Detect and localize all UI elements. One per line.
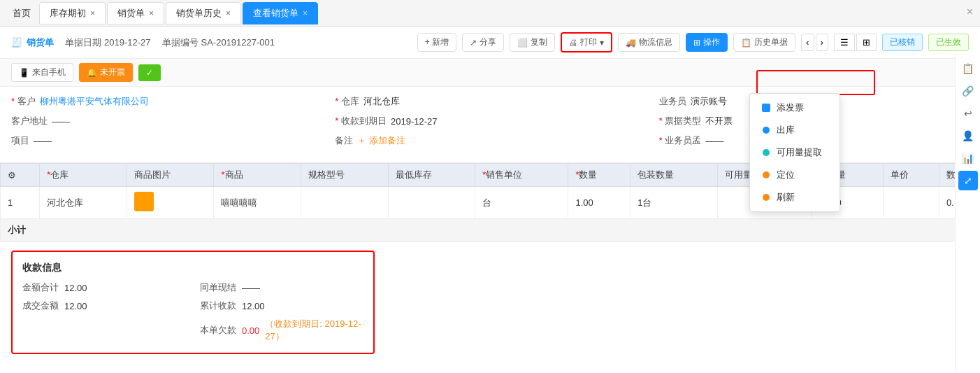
deal-amount-value: 12.00 [64, 301, 87, 311]
window-close-button[interactable]: × [967, 6, 973, 18]
close-view-sales-tab[interactable]: × [303, 8, 308, 18]
total-amount-label: 金额合计 [22, 281, 59, 294]
close-history-tab[interactable]: × [226, 8, 231, 18]
action-bar: 📱 来自手机 🔔 未开票 ✓ [0, 59, 980, 87]
col-unit-price: 单价 [883, 164, 939, 187]
dropdown-refresh[interactable]: 刷新 [750, 186, 840, 209]
locate-icon [761, 170, 771, 180]
tab-bar: 首页 库存期初 × 销货单 × 销货单历史 × 查看销货单 × × [0, 0, 980, 27]
list-view-button[interactable]: ☰ [834, 34, 855, 51]
address-label: 客户地址 [11, 115, 48, 127]
col-pack-qty: 包装数量 [630, 164, 718, 187]
summary-order-owed: 本单欠款 0.00 （收款到期日: 2019-12-27） [200, 318, 363, 343]
grid-view-button[interactable]: ⊞ [856, 34, 877, 51]
verify-button[interactable]: ✓ [138, 64, 161, 81]
sidebar-expand-button[interactable]: ⤢ [958, 171, 978, 190]
address-field: 客户地址 —— [11, 115, 321, 127]
share-button[interactable]: ↗ 分享 [462, 33, 504, 52]
cell-warehouse: 河北仓库 [40, 187, 127, 219]
sidebar-icon-5[interactable]: 📊 [958, 148, 978, 168]
col-spec: 规格型号 [301, 164, 389, 187]
same-order-settle-value: —— [242, 283, 260, 293]
available-qty-icon [761, 148, 771, 157]
cell-qty: 1.00 [568, 187, 630, 219]
history-button[interactable]: 📋 历史单据 [733, 33, 795, 52]
plus-icon: ＋ [357, 134, 366, 147]
customer-value[interactable]: 柳州粤港平安气体有限公司 [40, 95, 149, 108]
doc-number-value: SA-20191227-001 [201, 37, 275, 48]
cell-sales-unit: 台 [475, 187, 568, 219]
close-inventory-tab[interactable]: × [90, 8, 95, 18]
print-dropdown-arrow: ▾ [600, 38, 604, 48]
col-sales-unit: *销售单位 [475, 164, 568, 187]
project-label: 项目 [11, 134, 29, 147]
sidebar-icon-4[interactable]: 👤 [958, 126, 978, 146]
address-value: —— [52, 116, 70, 127]
outbound-icon [761, 125, 771, 135]
not-open-button[interactable]: 🔔 未开票 [79, 63, 133, 82]
dropdown-outbound[interactable]: 出库 [750, 119, 840, 141]
dropdown-locate[interactable]: 定位 [750, 164, 840, 186]
from-phone-button[interactable]: 📱 来自手机 [11, 63, 73, 82]
tab-inventory-init[interactable]: 库存期初 × [39, 2, 106, 24]
customer-field: 客户 柳州粤港平安气体有限公司 [11, 95, 321, 108]
customer-label: 客户 [11, 95, 36, 108]
phone-icon: 📱 [19, 68, 29, 78]
doc-header: 🧾 销货单 单据日期 2019-12-27 单据编号 SA-20191227-0… [0, 27, 980, 59]
sidebar-icon-1[interactable]: 📋 [958, 59, 978, 78]
sidebar-icon-2[interactable]: 🔗 [958, 81, 978, 101]
copy-icon: ⬜ [517, 38, 528, 48]
note-field: 备注 ＋ 添加备注 [335, 134, 644, 147]
summary-same-order-settle: 同单现结 —— [200, 281, 363, 294]
dropdown-add-invoice[interactable]: 添发票 [750, 97, 840, 119]
summary-grid: 金额合计 12.00 同单现结 —— 成交金额 12.00 累计收款 12.00… [22, 281, 363, 343]
doc-type-label: 销货单 [27, 36, 54, 49]
cell-spec [301, 187, 389, 219]
ticket-type-label: 票据类型 [659, 115, 702, 127]
project-value: —— [34, 136, 52, 146]
dropdown-available-qty[interactable]: 可用量提取 [750, 141, 840, 164]
prev-button[interactable]: ‹ [801, 34, 814, 51]
add-invoice-label: 添发票 [777, 101, 804, 114]
total-collected-value: 12.00 [242, 301, 265, 311]
doc-title: 🧾 销货单 [11, 36, 54, 49]
tab-sales-history[interactable]: 销货单历史 × [166, 2, 241, 24]
tab-sales-order[interactable]: 销货单 × [107, 2, 164, 24]
doc-date-label: 单据日期 2019-12-27 [65, 36, 151, 49]
available-qty-label: 可用量提取 [777, 146, 822, 159]
add-note-button[interactable]: ＋ 添加备注 [357, 134, 405, 147]
note-label: 备注 [335, 134, 353, 147]
salesman-label: 业务员 [659, 95, 686, 108]
subtotal-label: 小计 [1, 219, 980, 242]
total-amount-value: 12.00 [64, 283, 87, 293]
ops-dropdown-menu: 添发票 出库 可用量提取 定位 刷新 [749, 93, 840, 212]
deal-amount-label: 成交金额 [22, 300, 59, 312]
order-owed-value: 0.00 [242, 325, 259, 336]
inventory-init-label: 库存期初 [50, 7, 86, 20]
print-button[interactable]: 🖨 打印 ▾ [561, 32, 612, 52]
summary-total-collected: 累计收款 12.00 [200, 300, 363, 312]
tab-view-sales[interactable]: 查看销货单 × [243, 2, 318, 24]
history-icon: 📋 [741, 38, 751, 48]
effective-badge: 已生效 [928, 34, 969, 51]
logistics-button[interactable]: 🚚 物流信息 [618, 33, 680, 52]
col-product: *商品 [214, 164, 301, 187]
col-settings[interactable]: ⚙ [1, 164, 40, 187]
ops-button[interactable]: ⊞ 操作 [686, 33, 728, 52]
add-button[interactable]: + 新增 [417, 33, 456, 52]
sidebar-icon-3[interactable]: ↩ [958, 104, 978, 123]
locate-label: 定位 [777, 169, 795, 181]
cell-unit-price [883, 187, 939, 219]
cell-pack-qty: 1台 [630, 187, 718, 219]
view-toggle: ☰ ⊞ [834, 34, 877, 51]
tab-home[interactable]: 首页 [6, 2, 38, 24]
doc-meta: 单据日期 2019-12-27 单据编号 SA-20191227-001 [65, 36, 275, 49]
close-sales-tab[interactable]: × [149, 8, 154, 18]
share-icon: ↗ [470, 38, 477, 48]
next-button[interactable]: › [816, 34, 828, 51]
summary-section: 收款信息 金额合计 12.00 同单现结 —— 成交金额 12.00 累计收款 … [11, 251, 375, 354]
salesman-value: 演示账号 [691, 95, 727, 108]
summary-total-amount: 金额合计 12.00 [22, 281, 186, 294]
due-date-value: 2019-12-27 [391, 116, 438, 127]
copy-button[interactable]: ⬜ 复制 [510, 33, 555, 52]
